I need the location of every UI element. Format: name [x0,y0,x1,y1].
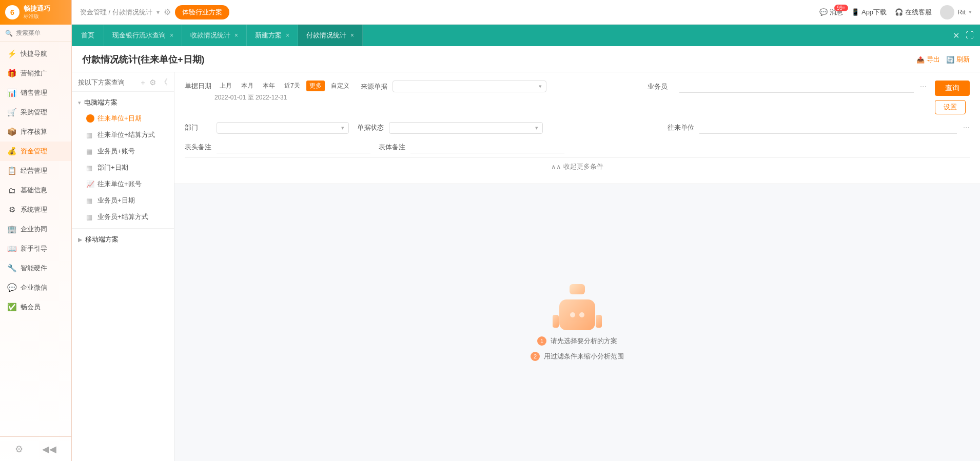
dept-select[interactable]: ▾ [217,122,349,134]
online-service-button[interactable]: 🎧 在线客服 [895,8,932,17]
tab-collect[interactable]: 收款情况统计 × [182,25,247,46]
operation-icon: 📋 [7,166,16,175]
sidebar-item-quicknav[interactable]: ⚡ 快捷导航 [0,44,71,64]
search-menu-label: 搜索菜单 [16,29,41,37]
scheme-item-dept-date[interactable]: ▦ 部门+日期 [72,159,174,176]
salesperson-dots-icon[interactable]: ··· [920,82,927,91]
scheme-table-icon-1: ▦ [86,148,94,155]
app-label: App下载 [861,8,887,17]
sidebar-item-label: 基础信息 [21,186,47,195]
sidebar-item-label: 企业微信 [21,283,47,292]
tab-payment-close-icon[interactable]: × [350,32,354,39]
scheme-item-staff-account[interactable]: ▦ 业务员+账号 [72,143,174,159]
scheme-item-label: 业务员+结算方式 [97,212,148,222]
sidebar-item-company[interactable]: 🏢 企业协同 [0,219,71,239]
filter-settings-button[interactable]: 设置 [935,100,966,114]
message-button[interactable]: 💬 消息 99+ [819,8,843,17]
partner-dots-icon[interactable]: ··· [963,123,970,132]
sidebar-item-label: 智能硬件 [21,264,47,273]
sidebar-item-label: 营销推广 [21,69,47,78]
date-btn-7days[interactable]: 近7天 [281,81,303,91]
scheme-collapse-icon[interactable]: 《 [160,77,168,87]
sidebar-item-sales[interactable]: 📊 销售管理 [0,83,71,103]
sidebar-item-purchase[interactable]: 🛒 采购管理 [0,103,71,122]
source-bill-select[interactable]: ▾ [393,81,546,92]
tab-home[interactable]: 首页 [72,25,104,46]
breadcrumb-dropdown-icon[interactable]: ▾ [156,9,160,16]
page-header: 付款情况统计(往来单位+日期) 📤 导出 🔄 刷新 [72,46,980,72]
sidebar-item-vip[interactable]: ✅ 畅会员 [0,297,71,317]
bill-status-select[interactable]: ▾ [389,122,543,134]
sidebar-item-finance[interactable]: 💰 资金管理 [0,142,71,161]
sidebar-item-guide[interactable]: 📖 新手引导 [0,239,71,258]
topbar-gear-icon[interactable]: ⚙ [164,7,171,17]
export-icon: 📤 [916,56,925,64]
sidebar-item-wechat[interactable]: 💬 企业微信 [0,278,71,297]
dept-arrow-icon: ▾ [341,125,344,131]
basic-icon: 🗂 [7,186,16,195]
scheme-settings-icon[interactable]: ⚙ [149,78,156,87]
partner-input[interactable] [699,122,957,134]
body-remark-label: 表体备注 [379,143,406,152]
app-download-button[interactable]: 📱 App下载 [851,8,887,17]
desktop-group-header[interactable]: ▾ 电脑端方案 [72,95,174,110]
date-btn-more[interactable]: 更多 [306,81,325,91]
tab-payment[interactable]: 付款情况统计 × [298,25,363,46]
refresh-label: 刷新 [956,55,970,64]
sidebar-item-system[interactable]: ⚙ 系统管理 [0,200,71,219]
tab-bank[interactable]: 现金银行流水查询 × [104,25,182,46]
sidebar-collapse-icon[interactable]: ◀◀ [42,444,56,455]
sidebar-item-hardware[interactable]: 🔧 智能硬件 [0,258,71,278]
scheme-item-staff-date[interactable]: ▦ 业务员+日期 [72,192,174,209]
sidebar-item-inventory[interactable]: 📦 库存核算 [0,122,71,142]
tab-expand-icon[interactable]: ⛶ [966,31,974,40]
tab-bank-close-icon[interactable]: × [170,32,173,39]
export-label: 导出 [927,55,940,64]
sidebar-item-marketing[interactable]: 🎁 营销推广 [0,64,71,83]
sidebar-item-label: 新手引导 [21,244,47,253]
scheme-item-unit-account[interactable]: 📈 往来单位+账号 [72,176,174,192]
date-btn-this-year[interactable]: 本年 [260,81,278,91]
body-remark-input[interactable] [410,141,564,153]
tab-newscheme-close-icon[interactable]: × [286,32,289,39]
sidebar-item-operation[interactable]: 📋 经营管理 [0,161,71,181]
tab-collect-close-icon[interactable]: × [234,32,238,39]
tabs-bar: 首页 现金银行流水查询 × 收款情况统计 × 新建方案 × 付款情况统计 × ✕… [72,25,980,46]
export-button[interactable]: 📤 导出 [916,55,940,64]
scheme-item-unit-date[interactable]: 往来单位+日期 [72,110,174,127]
sidebar-item-basic[interactable]: 🗂 基础信息 [0,181,71,200]
scheme-add-icon[interactable]: + [141,78,145,87]
search-menu-button[interactable]: 🔍 搜索菜单 [0,25,71,42]
search-icon: 🔍 [5,30,13,37]
content-area: 付款情况统计(往来单位+日期) 📤 导出 🔄 刷新 按以下方案查询 + ⚙ [72,46,980,461]
company-icon: 🏢 [7,225,16,234]
filter-area: 单据日期 上月 本月 本年 近7天 更多 自定义 [174,72,980,461]
date-btn-last-month[interactable]: 上月 [217,81,235,91]
try-industry-button[interactable]: 体验行业方案 [175,5,229,19]
scheme-item-unit-settle[interactable]: ▦ 往来单位+结算方式 [72,127,174,143]
tab-close-all-icon[interactable]: ✕ [953,31,959,41]
user-dropdown-icon[interactable]: ▾ [969,9,972,15]
user-area[interactable]: Rit ▾ [940,5,972,19]
empty-step-2: 2 用过滤条件来缩小分析范围 [531,352,624,361]
sidebar-item-label: 快捷导航 [21,49,47,58]
scheme-item-staff-settle[interactable]: ▦ 业务员+结算方式 [72,209,174,225]
header-remark-input[interactable] [217,141,370,153]
app-icon: 📱 [851,8,859,16]
mobile-group-header[interactable]: ▶ 移动端方案 [72,232,174,247]
scheme-table-icon-3: ▦ [86,197,94,205]
marketing-icon: 🎁 [7,69,16,78]
date-btn-custom[interactable]: 自定义 [328,81,352,91]
scheme-item-label: 往来单位+日期 [97,114,142,123]
salesperson-label: 业务员 [648,82,675,91]
sidebar-settings-icon[interactable]: ⚙ [15,444,23,455]
query-button[interactable]: 查询 [935,81,970,96]
salesperson-input[interactable] [679,81,913,93]
collapse-filter-button[interactable]: ∧∧ 收起更多条件 [185,157,970,175]
date-btn-this-month[interactable]: 本月 [238,81,257,91]
refresh-button[interactable]: 🔄 刷新 [946,55,970,64]
data-area: 1 请先选择要分析的方案 2 用过滤条件来缩小分析范围 [174,184,980,461]
tab-home-label: 首页 [81,31,94,40]
tab-newscheme[interactable]: 新建方案 × [247,25,298,46]
scheme-chart-icon: 📈 [86,181,94,188]
